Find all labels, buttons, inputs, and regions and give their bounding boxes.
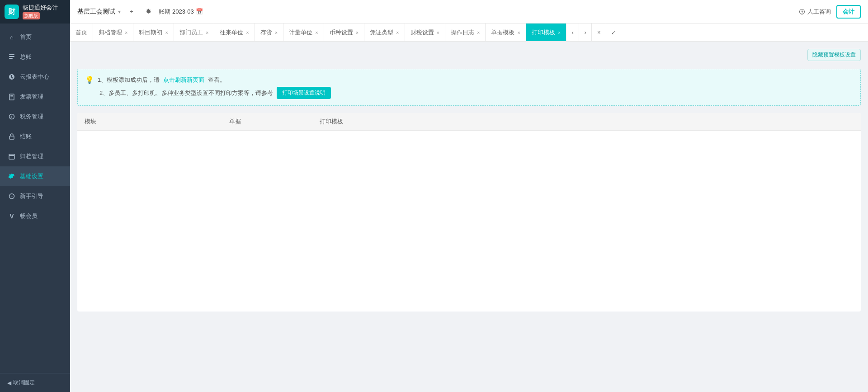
sidebar-item-label: 新手引导 xyxy=(20,192,43,200)
info-line1-suffix: 查看。 xyxy=(208,76,226,84)
sidebar-item-archive[interactable]: 归档管理 xyxy=(0,146,70,166)
sidebar-logo: 财 畅捷通好会计 旗舰版 xyxy=(0,0,70,24)
invoice-icon xyxy=(7,92,16,101)
tab-close-icon[interactable]: × xyxy=(315,30,318,35)
sidebar-item-label: 首页 xyxy=(20,33,32,41)
sidebar-item-label: 税务管理 xyxy=(20,113,43,121)
sidebar-nav: ⌂ 首页 总账 云报表中心 发票管理 ¥ 税务管理 xyxy=(0,24,70,373)
sidebar-item-ledger[interactable]: 总账 xyxy=(0,47,70,67)
tab-label: 操作日志 xyxy=(451,28,474,37)
add-tab-button[interactable]: + xyxy=(125,5,138,18)
sidebar: 财 畅捷通好会计 旗舰版 ⌂ 首页 总账 云报表中心 发票管理 xyxy=(0,0,70,392)
tab-subject[interactable]: 科目期初 × xyxy=(133,24,174,41)
tab-close-icon[interactable]: × xyxy=(125,30,127,35)
tab-expand-button[interactable]: ⤢ xyxy=(606,24,621,41)
tab-next-button[interactable]: › xyxy=(579,24,592,41)
print-setting-button[interactable]: 打印场景设置说明 xyxy=(277,87,331,99)
hidden-template-wrapper: 隐藏预置模板设置 xyxy=(77,49,861,63)
sidebar-item-label: 发票管理 xyxy=(20,93,43,101)
home-icon: ⌂ xyxy=(7,33,16,42)
info-line2-prefix: 2、多员工、多打印机、多种业务类型设置不同打印方案等，请参考 xyxy=(99,89,273,97)
hidden-template-button[interactable]: 隐藏预置模板设置 xyxy=(807,49,861,61)
tab-close-icon[interactable]: × xyxy=(165,30,168,35)
archive-icon xyxy=(7,152,16,161)
period-label: 账期 xyxy=(159,8,170,16)
tab-label: 往来单位 xyxy=(220,28,243,37)
header-right: 人工咨询 会计 xyxy=(798,5,861,19)
tab-print[interactable]: 打印模板 × xyxy=(526,24,566,41)
sidebar-item-guide[interactable]: ? 新手引导 xyxy=(0,186,70,206)
top-header: 基层工会测试 ▾ + 账期 2023-03 📅 人工咨询 会计 xyxy=(70,0,868,24)
tab-bar: 首页 归档管理 × 科目期初 × 部门员工 × 往来单位 × 存货 × 计量单位… xyxy=(70,24,868,42)
company-name-area: 基层工会测试 ▾ xyxy=(77,8,121,16)
svg-rect-2 xyxy=(9,58,13,59)
tab-close-icon[interactable]: × xyxy=(206,30,208,35)
sidebar-item-invoice[interactable]: 发票管理 xyxy=(0,87,70,107)
page-content: 隐藏预置模板设置 💡 1、模板添加成功后，请 点击刷新新页面 查看。 2、多员工… xyxy=(70,42,868,392)
tab-archive[interactable]: 归档管理 × xyxy=(93,24,133,41)
sidebar-item-label: 归档管理 xyxy=(20,152,43,161)
tab-close-icon[interactable]: × xyxy=(356,30,359,35)
tab-stock[interactable]: 存货 × xyxy=(255,24,283,41)
tab-tax-setting[interactable]: 财税设置 × xyxy=(405,24,445,41)
tab-label: 存货 xyxy=(260,28,272,37)
info-box: 💡 1、模板添加成功后，请 点击刷新新页面 查看。 2、多员工、多打印机、多种业… xyxy=(77,69,861,106)
tab-label: 凭证类型 xyxy=(370,28,393,37)
sidebar-item-close[interactable]: 结账 xyxy=(0,127,70,146)
sidebar-item-label: 畅会员 xyxy=(20,212,38,220)
tab-single[interactable]: 单据模板 × xyxy=(486,24,526,41)
kuaiji-button[interactable]: 会计 xyxy=(836,5,861,19)
footer-label: 取消固定 xyxy=(13,379,35,387)
tab-currency[interactable]: 币种设置 × xyxy=(324,24,364,41)
logo-icon: 财 xyxy=(5,5,19,19)
tab-close-icon[interactable]: × xyxy=(396,30,399,35)
tab-oplog[interactable]: 操作日志 × xyxy=(445,24,486,41)
tab-home[interactable]: 首页 xyxy=(70,24,93,41)
tab-unit[interactable]: 计量单位 × xyxy=(283,24,324,41)
period-value: 2023-03 xyxy=(172,8,194,15)
tab-label: 币种设置 xyxy=(330,28,353,37)
footer-arrow-icon: ◀ xyxy=(7,380,11,386)
table-header: 模块 单据 打印模板 xyxy=(77,113,861,131)
tab-prev-button[interactable]: ‹ xyxy=(566,24,579,41)
sidebar-item-label: 云报表中心 xyxy=(20,73,49,81)
logo-badge: 旗舰版 xyxy=(23,12,40,19)
svg-text:¥: ¥ xyxy=(10,115,12,118)
refresh-link[interactable]: 点击刷新新页面 xyxy=(163,76,204,84)
sidebar-item-home[interactable]: ⌂ 首页 xyxy=(0,27,70,47)
tab-voucher[interactable]: 凭证类型 × xyxy=(364,24,405,41)
ledger-icon xyxy=(7,52,16,61)
tab-label: 部门员工 xyxy=(179,28,203,37)
info-line1-prefix: 1、模板添加成功后，请 xyxy=(98,76,160,84)
settings-icon xyxy=(7,172,16,181)
sidebar-item-settings[interactable]: 基础设置 xyxy=(0,166,70,186)
svg-rect-4 xyxy=(10,95,13,96)
tab-close-icon[interactable]: × xyxy=(437,30,439,35)
svg-rect-11 xyxy=(9,154,14,156)
service-button[interactable]: 人工咨询 xyxy=(798,8,831,16)
sidebar-item-member[interactable]: V 畅会员 xyxy=(0,206,70,226)
table-container: 模块 单据 打印模板 xyxy=(77,113,861,312)
svg-rect-10 xyxy=(9,156,14,159)
settings-button[interactable] xyxy=(142,5,155,18)
company-dropdown-icon[interactable]: ▾ xyxy=(118,9,121,15)
tab-close-icon[interactable]: × xyxy=(558,30,561,35)
sidebar-item-tax[interactable]: ¥ 税务管理 xyxy=(0,107,70,127)
info-row-1: 💡 1、模板添加成功后，请 点击刷新新页面 查看。 xyxy=(85,76,853,84)
svg-rect-1 xyxy=(9,56,14,57)
tab-label: 归档管理 xyxy=(99,28,122,37)
tab-close-icon[interactable]: × xyxy=(517,30,520,35)
tab-supplier[interactable]: 往来单位 × xyxy=(214,24,255,41)
sidebar-item-reports[interactable]: 云报表中心 xyxy=(0,67,70,87)
tab-dept[interactable]: 部门员工 × xyxy=(174,24,214,41)
tab-close-all-button[interactable]: × xyxy=(592,24,606,41)
table-body xyxy=(77,131,861,312)
calendar-icon[interactable]: 📅 xyxy=(196,8,203,15)
tab-close-icon[interactable]: × xyxy=(477,30,480,35)
tab-close-icon[interactable]: × xyxy=(275,30,278,35)
col-single-header: 单据 xyxy=(222,118,312,126)
col-module-header: 模块 xyxy=(77,118,222,126)
sidebar-footer[interactable]: ◀ 取消固定 xyxy=(0,373,70,392)
tab-label: 科目期初 xyxy=(139,28,162,37)
tab-close-icon[interactable]: × xyxy=(246,30,249,35)
